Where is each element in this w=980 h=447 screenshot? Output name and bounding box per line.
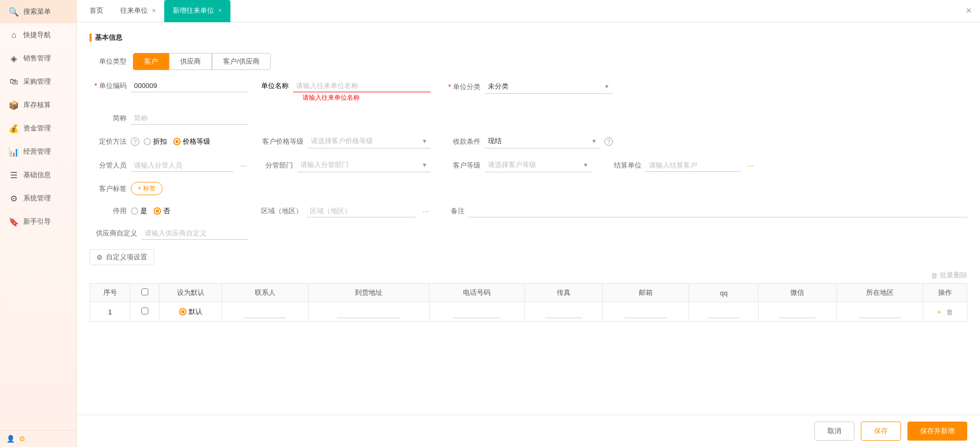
type-both-btn[interactable]: 客户/供应商 bbox=[212, 53, 271, 70]
col-region: 所在地区 bbox=[836, 284, 923, 302]
type-customer-btn[interactable]: 客户 bbox=[133, 53, 169, 70]
customer-price-label: 客户价格等级 bbox=[261, 137, 304, 146]
pricing-radio-group: 折扣 价格等级 bbox=[144, 137, 210, 146]
payment-terms-field: 收款条件 现结 ▼ ? bbox=[443, 134, 613, 148]
sidebar-item-basic[interactable]: ☰ 基础信息 bbox=[0, 163, 76, 187]
row-contact[interactable] bbox=[222, 302, 308, 322]
unit-category-select[interactable]: 未分类 ▼ bbox=[485, 80, 613, 94]
settlement-label: 结算单位 bbox=[604, 161, 642, 170]
customer-price-field: 客户价格等级 请选择客户价格等级 ▼ bbox=[261, 134, 431, 148]
sidebar-item-operations[interactable]: 📊 经营管理 bbox=[0, 140, 76, 163]
unit-type-buttons: 客户 供应商 客户/供应商 bbox=[133, 53, 271, 70]
radio-no-circle bbox=[154, 207, 161, 215]
sidebar: 🔍 搜索菜单 ⌂ 快捷导航 ◈ 销售管理 🛍 采购管理 📦 库存核算 💰 资金管… bbox=[0, 0, 77, 447]
close-new-partner-tab[interactable]: × bbox=[218, 7, 222, 14]
contacts-table: 序号 设为默认 联系人 到货地址 电话号码 传真 邮箱 qq 微信 所在地区 操… bbox=[90, 283, 967, 322]
sidebar-item-label: 基础信息 bbox=[23, 170, 51, 180]
row-fax[interactable] bbox=[524, 302, 602, 322]
delete-row-btn[interactable]: 🗑 bbox=[946, 308, 953, 316]
short-name-row: 简称 bbox=[90, 112, 967, 125]
inventory-icon: 📦 bbox=[8, 100, 19, 110]
radio-yes[interactable]: 是 bbox=[131, 206, 147, 216]
manager-input[interactable] bbox=[131, 159, 234, 172]
unit-type-label: 单位类型 bbox=[90, 57, 127, 66]
sidebar-item-sales[interactable]: ◈ 销售管理 bbox=[0, 47, 76, 70]
customer-level-select[interactable]: 请选择客户等级 ▼ bbox=[485, 158, 592, 172]
row-select-checkbox[interactable] bbox=[141, 308, 148, 314]
save-button[interactable]: 保存 bbox=[861, 422, 901, 441]
unit-category-label: 单位分类 bbox=[443, 82, 480, 92]
radio-price-level[interactable]: 价格等级 bbox=[173, 137, 210, 146]
pricing-help-icon[interactable]: ? bbox=[131, 137, 139, 146]
sidebar-item-system[interactable]: ⚙ 系统管理 bbox=[0, 187, 76, 210]
batch-delete-btn[interactable]: 🗑 批量删除 bbox=[931, 270, 967, 280]
settings-icon: ⚙ bbox=[19, 435, 25, 443]
add-tag-btn[interactable]: + 标签 bbox=[131, 182, 163, 195]
row-checkbox[interactable] bbox=[130, 302, 159, 322]
row-region[interactable] bbox=[836, 302, 923, 322]
supplier-custom-input[interactable] bbox=[141, 227, 248, 240]
close-window-button[interactable]: × bbox=[961, 5, 976, 16]
section-title: 基本信息 bbox=[90, 33, 967, 42]
row-qq[interactable] bbox=[689, 302, 759, 322]
col-fax: 传真 bbox=[524, 284, 602, 302]
unit-name-field: 单位名称 bbox=[261, 80, 431, 92]
sidebar-item-label: 新手引导 bbox=[23, 217, 51, 226]
payment-help-icon[interactable]: ? bbox=[604, 137, 613, 146]
save-and-new-button[interactable]: 保存并新增 bbox=[907, 422, 967, 441]
sidebar-item-search[interactable]: 🔍 搜索菜单 bbox=[0, 0, 76, 23]
unit-type-field: 单位类型 客户 供应商 客户/供应商 bbox=[90, 53, 271, 70]
tab-bar: 首页 往来单位 × 新增往来单位 × × bbox=[77, 0, 980, 22]
region-field: 区域（地区） ··· bbox=[261, 205, 431, 217]
sidebar-item-label: 销售管理 bbox=[23, 54, 51, 63]
notes-input[interactable] bbox=[469, 205, 967, 217]
payment-terms-select[interactable]: 现结 ▼ bbox=[485, 134, 600, 148]
sidebar-item-purchase[interactable]: 🛍 采购管理 bbox=[0, 70, 76, 93]
default-radio[interactable] bbox=[179, 308, 186, 315]
sidebar-item-inventory[interactable]: 📦 库存核算 bbox=[0, 93, 76, 117]
unit-name-field-wrapper: 单位名称 请输入往来单位名称 bbox=[261, 80, 431, 102]
tab-home[interactable]: 首页 bbox=[81, 0, 112, 22]
unit-code-label: 单位编码 bbox=[90, 81, 127, 91]
custom-settings-btn[interactable]: ⚙ 自定义项设置 bbox=[90, 249, 154, 265]
customer-tag-row: 客户标签 + 标签 bbox=[90, 182, 967, 195]
sidebar-footer: 👤 ⚙ bbox=[0, 430, 76, 447]
customer-level-arrow: ▼ bbox=[583, 162, 589, 168]
short-name-label: 简称 bbox=[90, 113, 127, 123]
sidebar-item-finance[interactable]: 💰 资金管理 bbox=[0, 117, 76, 140]
row-address[interactable] bbox=[308, 302, 429, 322]
short-name-input[interactable] bbox=[131, 112, 248, 125]
type-supplier-btn[interactable]: 供应商 bbox=[169, 53, 212, 70]
close-partners-tab[interactable]: × bbox=[152, 7, 156, 14]
region-input[interactable] bbox=[307, 205, 416, 217]
disabled-radio-group: 是 否 bbox=[131, 206, 170, 216]
pricing-method-field: 定价方法 ? 折扣 价格等级 bbox=[90, 137, 248, 146]
row-phone[interactable] bbox=[429, 302, 524, 322]
customer-price-select[interactable]: 请选择客户价格等级 ▼ bbox=[308, 134, 431, 148]
radio-discount[interactable]: 折扣 bbox=[144, 137, 167, 146]
cancel-button[interactable]: 取消 bbox=[814, 422, 854, 441]
unit-name-input[interactable] bbox=[293, 80, 431, 92]
settlement-input[interactable] bbox=[646, 159, 741, 172]
tab-new-partner[interactable]: 新增往来单位 × bbox=[164, 0, 230, 22]
tab-partners[interactable]: 往来单位 × bbox=[112, 0, 164, 22]
sidebar-item-guide[interactable]: 🔖 新手引导 bbox=[0, 210, 76, 233]
select-all-checkbox[interactable] bbox=[141, 288, 148, 295]
payment-terms-arrow: ▼ bbox=[591, 138, 597, 144]
col-action: 操作 bbox=[923, 284, 967, 302]
region-more-btn[interactable]: ··· bbox=[420, 207, 431, 215]
manager-more-btn[interactable]: ··· bbox=[238, 161, 248, 170]
sidebar-item-quick-nav[interactable]: ⌂ 快捷导航 bbox=[0, 23, 76, 47]
settlement-more-btn[interactable]: ··· bbox=[745, 161, 756, 170]
radio-no[interactable]: 否 bbox=[154, 206, 170, 216]
row-wechat[interactable] bbox=[759, 302, 836, 322]
unit-code-input[interactable] bbox=[131, 80, 248, 92]
row-default[interactable]: 默认 bbox=[159, 302, 222, 322]
customer-level-label: 客户等级 bbox=[443, 161, 480, 170]
form-footer: 取消 保存 保存并新增 bbox=[77, 415, 980, 447]
row-email[interactable] bbox=[602, 302, 689, 322]
add-row-btn[interactable]: + bbox=[937, 308, 941, 316]
basic-icon: ☰ bbox=[8, 170, 19, 180]
sidebar-item-label: 搜索菜单 bbox=[23, 7, 51, 16]
department-select[interactable]: 请输入分管部门 ▼ bbox=[297, 158, 431, 172]
